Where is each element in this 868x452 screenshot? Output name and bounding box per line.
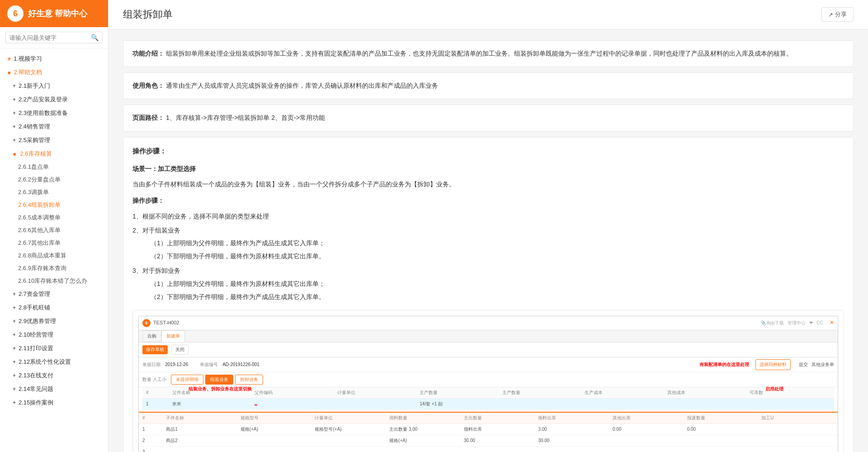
sidebar-item-video[interactable]: + 1.视频学习 [0, 52, 108, 66]
sidebar-item-docs[interactable]: ● 2.帮助文档 [0, 66, 108, 79]
intro-label: 功能介绍： [132, 50, 164, 57]
sidebar-item-mobile[interactable]: + 2.8手机旺铺 [0, 301, 108, 314]
fs-tab-self[interactable]: 自购 [142, 330, 161, 342]
fs-lower-header: # 子件名称 规格型号 计量单位 用料数量 主出数量 领料出库 其他出库 报废数… [139, 413, 838, 424]
annotation-switch: 组装业务、拆卸业务在这里切换 [189, 385, 252, 393]
share-button[interactable]: ↗ 分享 [821, 7, 854, 22]
sidebar-item-print[interactable]: + 2.11打印设置 [0, 342, 108, 355]
sidebar: 6 好生意 帮助中心 🔍 + 1.视频学习 ● 2.帮助文档 + [0, 0, 108, 452]
sidebar-logo: 6 [7, 5, 24, 22]
sidebar-item-inventory[interactable]: ● 2.6库存核算 [0, 147, 108, 161]
plus-icon: + [13, 83, 16, 89]
expand-icon: + [7, 55, 11, 62]
plus-icon: + [13, 372, 16, 379]
sidebar-item-label: 2.3使用前数据准备 [19, 109, 68, 117]
path-label: 页面路径： [132, 114, 164, 121]
fs-tabs-bar: 自购 新建单 [139, 330, 838, 343]
search-input[interactable] [9, 34, 91, 41]
share-icon: ↗ [828, 11, 833, 18]
sidebar-leaf-stockacct[interactable]: 2.6.9库存账本查询 [0, 262, 108, 275]
main-area: 组装拆卸单 ↗ 分享 功能介绍： 组装拆卸单用来处理企业组装或拆卸等加工业务，支… [108, 0, 868, 452]
sidebar-item-label: 2.4销售管理 [19, 123, 50, 131]
plus-icon: + [13, 110, 16, 116]
ops-title: 操作步骤： [132, 145, 844, 157]
sidebar-item-ops[interactable]: + 2.10经营管理 [0, 328, 108, 342]
step2-2: （2）下部明细为子件明细，最终作为原材料生成其它出库单。 [151, 250, 844, 262]
sidebar-item-prepare[interactable]: + 2.3使用前数据准备 [0, 106, 108, 120]
sidebar-leaf-otheroutbound[interactable]: 2.6.7其他出库单 [0, 237, 108, 249]
docs-sub-items: + 2.1新手入门 + 2.2产品安装及登录 + 2.3使用前数据准备 + 2.… [0, 79, 108, 409]
sidebar-title: 好生意 帮助中心 [28, 8, 87, 19]
leaf-label: 2.6.9库存账本查询 [18, 265, 66, 271]
fs-app-logo: 6 [142, 319, 151, 327]
sidebar-item-label: 2.5采购管理 [19, 136, 50, 144]
leaf-label: 2.6.8商品成本重算 [18, 252, 66, 259]
annotation-enable: 启用处理 [765, 385, 783, 393]
fs-date-label: 单据日期 [142, 361, 160, 369]
sidebar-item-install[interactable]: + 2.2产品安装及登录 [0, 93, 108, 106]
fs-lower-row-1[interactable]: 1 商品1 规格(+A) 规格型号(+A) 主出数量 3.00 领料出库 3.0… [139, 424, 838, 435]
sidebar-leaf-goodscost[interactable]: 2.6.8商品成本重算 [0, 249, 108, 262]
sidebar-item-purchase[interactable]: + 2.5采购管理 [0, 133, 108, 147]
main-header: 组装拆卸单 ↗ 分享 [108, 0, 868, 29]
leaf-label: 2.6.10库存账本错了怎么办 [18, 277, 87, 284]
intro-text: 组装拆卸单用来处理企业组装或拆卸等加工业务，支持有固定装配清单的产品加工业务，也… [166, 50, 793, 57]
step2-1: （1）上部明细为父件明细，最终作为产成品生成其它入库单； [151, 237, 844, 249]
role-block: 使用角色： 通常由生产人员或库管人员完成拆装业务的操作，库管人员确认原材料的出库… [123, 72, 854, 99]
sidebar-item-onlinepay[interactable]: + 2.13在线支付 [0, 369, 108, 382]
sidebar-item-label: 2.8手机旺铺 [19, 304, 50, 312]
fs-select-material[interactable]: 选择同种材料 [755, 359, 791, 370]
sidebar-leaf-stockerr[interactable]: 2.6.10库存账本错了怎么办 [0, 275, 108, 287]
sidebar-header: 6 好生意 帮助中心 [0, 0, 108, 27]
page-title: 组装拆卸单 [123, 8, 173, 21]
sidebar-item-cases[interactable]: + 2.15操作案例 [0, 396, 108, 409]
sidebar-item-label: 2.14常见问题 [19, 385, 53, 393]
sidebar-item-label: 2.6库存核算 [20, 150, 52, 158]
sidebar-leaf-assemble[interactable]: 2.6.4组装拆卸单 [0, 199, 108, 211]
screenshot-container: 6 TEST-H002 📎 App下载 管理中心 ❤ CC ✕ 自购 新建单 [132, 310, 844, 452]
fs-upper-row-1[interactable]: 1 米米 14/套 +1 副 [142, 399, 834, 410]
fs-date-value: 2019-12-26 [165, 361, 188, 369]
fs-type-btn2[interactable]: 组装业务 [205, 375, 233, 385]
fs-icons: 📎 App下载 管理中心 ❤ CC [760, 319, 823, 327]
sidebar-leaf-costadj[interactable]: 2.6.5成本调整单 [0, 211, 108, 224]
plus-icon: + [13, 291, 16, 297]
step3: 3、对于拆卸业务 [132, 265, 844, 277]
fs-lower-row-2[interactable]: 2 商品2 规格(+A) 30.00 30.00 [139, 435, 838, 447]
sidebar-item-label: 2.10经营管理 [19, 331, 53, 339]
fs-close: ✕ [830, 318, 834, 328]
share-label: 分享 [835, 10, 847, 19]
ops-block: 操作步骤： 场景一：加工类型选择 当由多个子件材料组装成一个成品的业务为【组装】… [123, 137, 854, 452]
sidebar-item-capital[interactable]: + 2.7资金管理 [0, 287, 108, 301]
sidebar-item-newbie[interactable]: + 2.1新手入门 [0, 79, 108, 93]
sidebar-leaf-stocktake[interactable]: 2.6.1盘点单 [0, 161, 108, 173]
leaf-label: 2.6.7其他出库单 [18, 239, 61, 246]
sidebar-item-label: 2.11打印设置 [19, 344, 53, 352]
fs-save-btn[interactable]: 保存草稿 [142, 345, 168, 354]
fs-tab-new[interactable]: 新建单 [161, 330, 185, 342]
path-block: 页面路径： 1、库存核算->库存管理->组装拆卸单 2、首页->常用功能 [123, 105, 854, 131]
sidebar-leaf-adjust[interactable]: 2.6.3调拨单 [0, 186, 108, 199]
sidebar-item-sysconfig[interactable]: + 2.12系统个性化设置 [0, 355, 108, 369]
sidebar-leaf-otherinbound[interactable]: 2.6.6其他入库单 [0, 224, 108, 237]
nav-section-video: + 1.视频学习 [0, 52, 108, 66]
leaf-label: 2.6.5成本调整单 [18, 214, 61, 221]
leaf-label: 2.6.1盘点单 [18, 163, 49, 170]
highlighted-cell [255, 404, 257, 405]
fs-lower-row-3[interactable]: 3 [139, 447, 838, 452]
sidebar-item-label: 2.1新手入门 [19, 82, 50, 90]
annotation-bom: 有装配清单的在这里处理 [699, 361, 749, 369]
sidebar-leaf-partialstock[interactable]: 2.6.2分量盘点单 [0, 173, 108, 186]
sidebar-item-faq[interactable]: + 2.14常见问题 [0, 382, 108, 396]
fs-type-selector: 数量 人工小 未提供明细 组装业务 拆卸业务 组装业务、拆卸业务在这里切换 [139, 372, 838, 387]
step3-2: （2）下部明细为子件明细，最终作为产成品生成其它入库单。 [151, 291, 844, 303]
fs-close-btn[interactable]: 关闭 [171, 345, 189, 355]
fs-type-btn1[interactable]: 未提供明细 [171, 375, 203, 385]
search-box[interactable]: 🔍 [5, 32, 103, 43]
sidebar-item-coupon[interactable]: + 2.9优惠券管理 [0, 314, 108, 328]
sidebar-item-sales[interactable]: + 2.4销售管理 [0, 120, 108, 133]
leaf-label: 2.6.4组装拆卸单 [18, 201, 61, 208]
path-text: 1、库存核算->库存管理->组装拆卸单 2、首页->常用功能 [166, 114, 325, 121]
sidebar-item-label: 2.帮助文档 [14, 68, 42, 76]
fs-type-btn3[interactable]: 拆卸业务 [235, 375, 263, 385]
